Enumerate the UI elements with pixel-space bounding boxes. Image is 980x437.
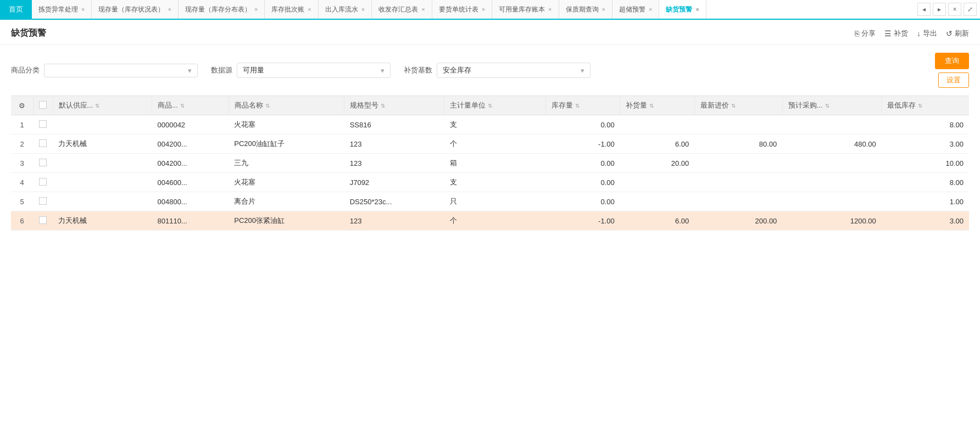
cell-check-5[interactable]	[33, 211, 53, 231]
nav-tab-tab9[interactable]: 保质期查询×	[559, 0, 612, 19]
category-select[interactable]: ▾	[44, 64, 198, 77]
nav-next-btn[interactable]: ▸	[933, 3, 946, 16]
nav-tab-tab5[interactable]: 出入库流水×	[319, 0, 372, 19]
replenish-button[interactable]: ☰ 补货	[884, 29, 908, 38]
th-name[interactable]: 商品名称 ⇅	[229, 96, 344, 115]
cell-minstock-4: 1.00	[882, 192, 969, 211]
tab-close-tab1[interactable]: ×	[81, 6, 85, 13]
nav-close-btn[interactable]: ×	[948, 3, 961, 16]
replenish-select[interactable]: 安全库存 ▾	[437, 63, 591, 78]
nav-tab-tab6[interactable]: 收发存汇总表×	[372, 0, 432, 19]
nav-tab-tab11[interactable]: 缺货预警×	[659, 1, 706, 19]
settings-button[interactable]: 设置	[938, 72, 969, 88]
datasource-select[interactable]: 可用量 ▾	[237, 63, 391, 78]
home-tab[interactable]: 首页	[0, 0, 32, 19]
th-code[interactable]: 商品... ⇅	[152, 96, 229, 115]
cell-check-1[interactable]	[33, 135, 53, 154]
cell-spec-5: 123	[344, 211, 444, 231]
cell-check-4[interactable]	[33, 192, 53, 211]
cell-check-0[interactable]	[33, 115, 53, 135]
cell-check-3[interactable]	[33, 173, 53, 192]
page-header: 缺货预警 ⎘ 分享 ☰ 补货 ↓ 导出 ↺ 刷新	[0, 20, 980, 45]
replenish-arrow-icon: ▾	[581, 66, 584, 75]
tab-close-tab5[interactable]: ×	[361, 6, 365, 13]
th-gear[interactable]: ⚙	[11, 96, 33, 115]
cell-minstock-5: 3.00	[882, 211, 969, 231]
th-minstock-sort-icon: ⇅	[918, 103, 922, 109]
nav-tab-tab2[interactable]: 现存量（库存状况表）×	[92, 0, 178, 19]
th-stock[interactable]: 库存量 ⇅	[545, 96, 620, 115]
th-replenish-sort-icon: ⇅	[649, 103, 654, 109]
tab-close-tab6[interactable]: ×	[421, 6, 425, 13]
th-supplier[interactable]: 默认供应... ⇅	[53, 96, 152, 115]
th-spec[interactable]: 规格型号 ⇅	[344, 96, 444, 115]
cell-spec-0: SS816	[344, 115, 444, 135]
tab-close-tab9[interactable]: ×	[602, 6, 605, 13]
cell-replenish-4	[620, 192, 695, 211]
nav-prev-btn[interactable]: ◂	[917, 3, 931, 16]
th-checkbox[interactable]	[33, 96, 53, 115]
header-checkbox[interactable]	[39, 101, 47, 109]
cell-supplier-0	[53, 115, 152, 135]
cell-spec-4: DS250*23c...	[344, 192, 444, 211]
cell-supplier-1: 力天机械	[53, 135, 152, 154]
cell-name-0: 火花塞	[229, 115, 344, 135]
refresh-button[interactable]: ↺ 刷新	[946, 29, 969, 38]
cell-check-2[interactable]	[33, 154, 53, 173]
row-checkbox-5[interactable]	[39, 216, 47, 224]
cell-code-1: 004200...	[152, 135, 229, 154]
tab-close-tab3[interactable]: ×	[254, 6, 258, 13]
export-button[interactable]: ↓ 导出	[917, 29, 937, 38]
datasource-value: 可用量	[243, 65, 264, 75]
nav-tab-tab7[interactable]: 要货单统计表×	[432, 0, 492, 19]
cell-unit-1: 个	[444, 135, 546, 154]
nav-expand-btn[interactable]: ⤢	[964, 3, 977, 16]
th-spec-label: 规格型号	[350, 100, 378, 110]
query-button[interactable]: 查询	[935, 53, 969, 69]
cell-minstock-3: 8.00	[882, 173, 969, 192]
th-unit[interactable]: 主计量单位 ⇅	[444, 96, 546, 115]
th-price[interactable]: 最新进价 ⇅	[694, 96, 782, 115]
table-row: 3 004200... 三九 123 箱 0.00 20.00 10.00	[11, 154, 969, 173]
cell-price-0	[694, 115, 782, 135]
th-price-label: 最新进价	[700, 100, 729, 110]
nav-tab-tab4[interactable]: 库存批次账×	[265, 0, 318, 19]
th-replenish[interactable]: 补货量 ⇅	[620, 96, 695, 115]
tab-close-tab10[interactable]: ×	[649, 6, 652, 13]
tab-close-tab8[interactable]: ×	[548, 6, 552, 13]
tab-close-tab4[interactable]: ×	[308, 6, 311, 13]
tab-label-tab2: 现存量（库存状况表）	[98, 5, 164, 14]
nav-tab-tab10[interactable]: 超储预警×	[612, 0, 659, 19]
cell-supplier-3	[53, 173, 152, 192]
nav-tab-tab8[interactable]: 可用量库存账本×	[492, 0, 559, 19]
row-checkbox-4[interactable]	[39, 197, 47, 205]
th-supplier-sort-icon: ⇅	[95, 103, 99, 109]
cell-supplier-2	[53, 154, 152, 173]
tab-label-tab3: 现存量（库存分布表）	[185, 5, 251, 14]
category-arrow-icon: ▾	[188, 66, 192, 75]
cell-replenish-3	[620, 173, 695, 192]
category-label: 商品分类	[11, 65, 40, 75]
cell-spec-2: 123	[344, 154, 444, 173]
tab-close-tab2[interactable]: ×	[168, 6, 171, 13]
cell-price-3	[694, 173, 782, 192]
nav-tab-tab1[interactable]: 拣货异常处理×	[32, 0, 92, 19]
cell-spec-3: J7092	[344, 173, 444, 192]
tab-close-tab7[interactable]: ×	[482, 6, 485, 13]
th-forecast[interactable]: 预计采购... ⇅	[782, 96, 881, 115]
share-button[interactable]: ⎘ 分享	[855, 29, 876, 38]
cell-replenish-0	[620, 115, 695, 135]
row-checkbox-2[interactable]	[39, 159, 47, 166]
cell-forecast-0	[782, 115, 881, 135]
cell-index-4: 5	[11, 192, 33, 211]
cell-index-0: 1	[11, 115, 33, 135]
row-checkbox-1[interactable]	[39, 139, 47, 147]
table-row: 5 004800... 离合片 DS250*23c... 只 0.00 1.00	[11, 192, 969, 211]
nav-tab-tab3[interactable]: 现存量（库存分布表）×	[179, 0, 265, 19]
row-checkbox-3[interactable]	[39, 178, 47, 186]
table-header-row: ⚙ 默认供应... ⇅ 商品... ⇅	[11, 96, 969, 115]
tab-close-tab11[interactable]: ×	[695, 6, 699, 13]
th-minstock[interactable]: 最低库存 ⇅	[882, 96, 969, 115]
cell-stock-5: -1.00	[545, 211, 620, 231]
row-checkbox-0[interactable]	[39, 120, 47, 128]
